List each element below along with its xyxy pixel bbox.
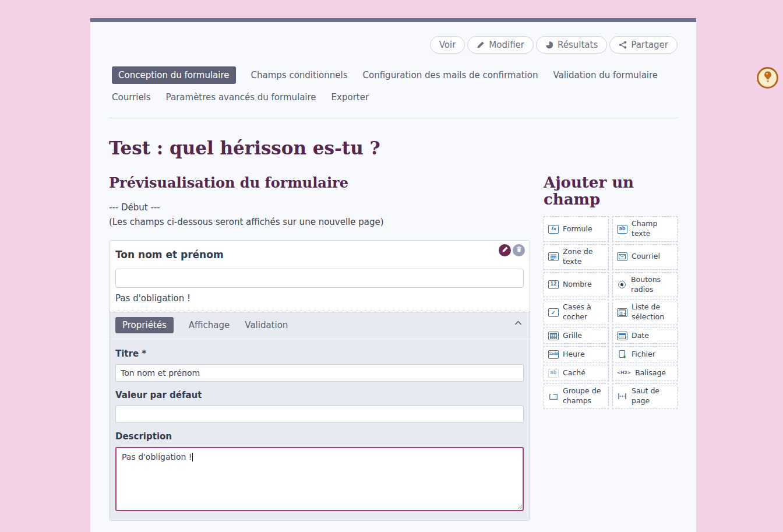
tab-form-design[interactable]: Conception du formulaire xyxy=(112,66,236,84)
default-value-label: Valeur par défaut xyxy=(115,390,524,400)
edit-button[interactable]: Modifier xyxy=(467,36,534,54)
share-button[interactable]: Partager xyxy=(609,36,678,54)
field-btn-label: Cases à cocher xyxy=(563,302,605,322)
field-btn-label: Nombre xyxy=(563,280,592,290)
add-pagebreak-button[interactable]: Saut de page xyxy=(612,383,678,409)
edit-button-label: Modifier xyxy=(489,40,524,50)
markup-icon: <H2> xyxy=(617,369,631,378)
page-break-icon xyxy=(617,392,627,401)
view-button[interactable]: Voir xyxy=(430,36,465,54)
pencil-icon xyxy=(477,41,485,49)
tab-display[interactable]: Affichage xyxy=(189,320,230,330)
chevron-up-icon[interactable] xyxy=(514,318,523,329)
tab-export[interactable]: Exporter xyxy=(331,89,369,106)
tab-validation[interactable]: Validation xyxy=(245,320,288,330)
add-field-sidebar: Ajouter un champ fx Formule ab Champ tex… xyxy=(544,174,678,532)
fieldset-icon xyxy=(548,392,559,401)
field-btn-label: Formule xyxy=(563,224,592,234)
field-btn-label: Fichier xyxy=(632,350,655,360)
new-page-note: (Les champs ci-dessous seront affichés s… xyxy=(109,215,530,230)
number-icon: 12 xyxy=(548,280,559,289)
clock-icon: 12:00 xyxy=(548,350,559,359)
form-start-marker: --- Début --- xyxy=(109,200,530,215)
share-button-label: Partager xyxy=(631,40,668,50)
field-btn-label: Liste de sélection xyxy=(632,302,674,322)
field-btn-label: Groupe de champs xyxy=(563,386,605,406)
form-admin-tabs: Conception du formulaire Champs conditio… xyxy=(109,66,678,118)
calendar-icon xyxy=(617,332,627,340)
field-card: Ton nom et prénom Pas d'obligation ! Pro… xyxy=(109,240,530,521)
field-btn-label: Balisage xyxy=(635,368,666,378)
field-btn-label: Boutons radios xyxy=(631,275,674,295)
tab-advanced-settings[interactable]: Paramètres avancés du formulaire xyxy=(166,89,316,106)
default-value-input[interactable] xyxy=(115,406,524,423)
form-actions-toolbar: Voir Modifier Résultats Partager xyxy=(109,36,678,54)
email-icon xyxy=(617,252,627,261)
description-label: Description xyxy=(115,431,524,442)
radio-icon xyxy=(618,281,626,288)
field-editor-panel: Propriétés Affichage Validation Titre * … xyxy=(110,312,530,520)
formula-icon: fx xyxy=(548,225,559,234)
description-textarea[interactable]: Pas d'obligation ! xyxy=(115,447,524,511)
add-email-button[interactable]: Courriel xyxy=(612,244,678,270)
field-preview-input[interactable] xyxy=(115,269,524,288)
pie-chart-icon xyxy=(545,41,553,49)
preview-heading: Prévisualisation du formulaire xyxy=(109,174,530,191)
add-radios-button[interactable]: Boutons radios xyxy=(612,272,678,298)
trash-icon xyxy=(516,246,523,255)
field-btn-label: Zone de texte xyxy=(563,247,605,267)
add-markup-button[interactable]: <H2> Balisage xyxy=(612,365,678,381)
add-textarea-button[interactable]: Zone de texte xyxy=(544,244,609,270)
field-btn-label: Heure xyxy=(563,350,585,360)
field-btn-label: Champ texte xyxy=(632,219,674,239)
lightbulb-icon xyxy=(762,71,774,86)
pencil-icon xyxy=(502,246,509,255)
share-icon xyxy=(619,41,627,49)
add-fieldset-button[interactable]: Groupe de champs xyxy=(544,383,609,409)
add-formula-button[interactable]: fx Formule xyxy=(544,216,609,242)
field-btn-label: Saut de page xyxy=(632,386,674,406)
content-area: Voir Modifier Résultats Partager Concept… xyxy=(90,18,696,532)
select-list-icon xyxy=(617,308,627,317)
delete-field-button[interactable] xyxy=(513,244,525,256)
field-label: Ton nom et prénom xyxy=(115,249,524,260)
edit-field-button[interactable] xyxy=(499,244,511,256)
title-input[interactable] xyxy=(115,364,524,382)
text-caret xyxy=(192,453,193,461)
textfield-icon: ab xyxy=(617,225,627,234)
tab-form-validation[interactable]: Validation du formulaire xyxy=(553,66,658,84)
add-time-button[interactable]: 12:00 Heure xyxy=(544,346,609,362)
description-text: Pas d'obligation ! xyxy=(122,452,192,461)
add-file-button[interactable]: Fichier xyxy=(612,346,678,362)
results-button-label: Résultats xyxy=(558,40,598,50)
tab-properties[interactable]: Propriétés xyxy=(115,317,174,333)
help-button[interactable] xyxy=(757,67,778,89)
results-button[interactable]: Résultats xyxy=(536,36,607,54)
resize-handle[interactable] xyxy=(516,503,522,509)
add-number-button[interactable]: 12 Nombre xyxy=(544,272,609,298)
field-description: Pas d'obligation ! xyxy=(115,293,524,304)
add-checkboxes-button[interactable]: ✓ Cases à cocher xyxy=(544,300,609,325)
grid-icon xyxy=(548,332,559,340)
top-accent-bar xyxy=(90,18,696,22)
title-field-label: Titre * xyxy=(115,348,524,359)
add-hidden-button[interactable]: ab Caché xyxy=(544,365,609,381)
page-title: Test : quel hérisson es-tu ? xyxy=(109,138,678,158)
tab-confirmation-emails[interactable]: Configuration des mails de confirmation xyxy=(363,66,538,84)
field-btn-label: Date xyxy=(632,331,649,341)
add-select-button[interactable]: Liste de sélection xyxy=(612,300,678,325)
checkbox-icon: ✓ xyxy=(548,308,559,317)
field-btn-label: Caché xyxy=(563,368,586,378)
tab-emails[interactable]: Courriels xyxy=(112,89,151,106)
hidden-field-icon: ab xyxy=(548,369,559,378)
textarea-icon xyxy=(548,252,559,261)
file-upload-icon xyxy=(617,350,627,359)
tab-conditional-fields[interactable]: Champs conditionnels xyxy=(251,66,348,84)
add-grid-button[interactable]: Grille xyxy=(544,327,609,344)
view-button-label: Voir xyxy=(439,40,456,50)
field-btn-label: Grille xyxy=(563,331,582,341)
add-date-button[interactable]: Date xyxy=(612,327,678,344)
add-field-heading: Ajouter un champ xyxy=(544,174,643,207)
field-btn-label: Courriel xyxy=(632,252,660,262)
add-textfield-button[interactable]: ab Champ texte xyxy=(612,216,678,242)
